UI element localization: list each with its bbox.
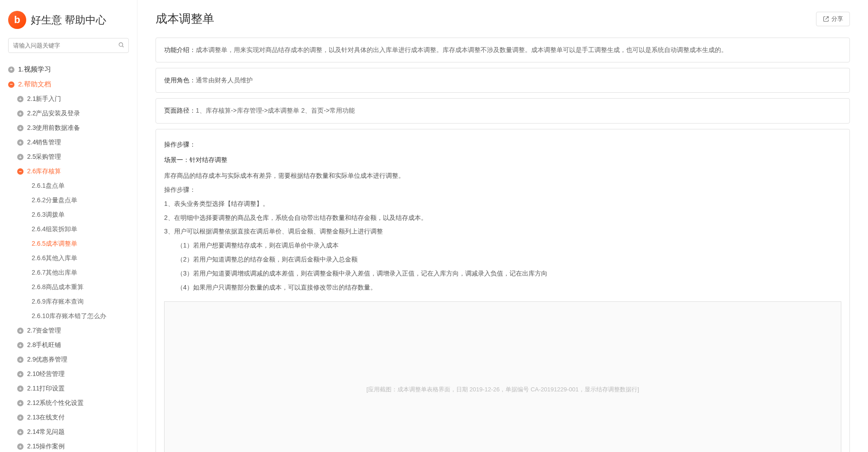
- nav-item[interactable]: 2.6.4组装拆卸单: [8, 222, 129, 237]
- path-text: 1、库存核算->库存管理->成本调整单 2、首页->常用功能: [196, 107, 355, 114]
- role-text: 通常由财务人员维护: [196, 76, 253, 84]
- page-header: 成本调整单 分享: [156, 11, 850, 27]
- nav-item[interactable]: 2.6.2分量盘点单: [8, 193, 129, 208]
- step-item: 2、在明细中选择要调整的商品及仓库，系统会自动带出结存数量和结存金额，以及结存成…: [164, 211, 841, 225]
- scene-label: 场景一：针对结存调整: [164, 153, 841, 167]
- brand-row: b 好生意 帮助中心: [8, 11, 129, 29]
- step-sub-item: （4）如果用户只调整部分数量的成本，可以直接修改带出的结存数量。: [164, 281, 841, 295]
- plus-icon: [17, 385, 24, 392]
- nav-item[interactable]: 2.15操作案例: [8, 439, 129, 452]
- embedded-screenshot: [应用截图：成本调整单表格界面，日期 2019-12-26，单据编号 CA-20…: [164, 301, 841, 452]
- nav-item[interactable]: 2.4销售管理: [8, 135, 129, 150]
- plus-icon: [17, 342, 24, 348]
- brand-logo-icon: b: [8, 11, 26, 29]
- page-title: 成本调整单: [156, 11, 214, 27]
- step-sub-item: （2）若用户知道调整总的结存金额，则在调后金额中录入总金额: [164, 252, 841, 266]
- nav-item[interactable]: 2.9优惠券管理: [8, 352, 129, 367]
- nav-item[interactable]: 1.视频学习: [8, 62, 129, 77]
- share-button[interactable]: 分享: [816, 12, 850, 26]
- nav-tree: 1.视频学习 2.帮助文档 2.1新手入门 2.2产品安装及登录 2.3使用前数…: [8, 62, 129, 452]
- nav-item[interactable]: 2.10经营管理: [8, 367, 129, 381]
- share-icon: [823, 16, 829, 22]
- nav-item[interactable]: 2.6.1盘点单: [8, 179, 129, 193]
- minus-icon: [17, 168, 24, 175]
- nav-item[interactable]: 2.12系统个性化设置: [8, 396, 129, 410]
- plus-icon: [17, 154, 24, 160]
- step-sub-item: （1）若用户想要调整结存成本，则在调后单价中录入成本: [164, 238, 841, 252]
- nav-item[interactable]: 2.3使用前数据准备: [8, 121, 129, 135]
- plus-icon: [17, 96, 24, 102]
- path-label: 页面路径：: [164, 107, 196, 114]
- plus-icon: [8, 67, 14, 73]
- nav-item[interactable]: 2.帮助文档: [8, 77, 129, 92]
- steps-box: 操作步骤： 场景一：针对结存调整 库存商品的结存成本与实际成本有差异，需要根据结…: [156, 129, 850, 452]
- nav-item[interactable]: 2.6.10库存账本错了怎么办: [8, 309, 129, 324]
- plus-icon: [17, 371, 24, 377]
- nav-item[interactable]: 2.6.6其他入库单: [8, 251, 129, 266]
- plus-icon: [17, 443, 24, 450]
- nav-item[interactable]: 2.6.9库存账本查询: [8, 295, 129, 309]
- nav-item[interactable]: 2.14常见问题: [8, 425, 129, 439]
- search-box: [8, 38, 129, 53]
- step-item: 3、用户可以根据调整依据直接在调后单价、调后金额、调整金额列上进行调整: [164, 224, 841, 238]
- nav-item[interactable]: 2.7资金管理: [8, 324, 129, 338]
- plus-icon: [17, 357, 24, 363]
- path-box: 页面路径：1、库存核算->库存管理->成本调整单 2、首页->常用功能: [156, 98, 850, 123]
- step-item: 1、表头业务类型选择【结存调整】。: [164, 197, 841, 211]
- main-content: 成本调整单 分享 功能介绍：成本调整单，用来实现对商品结存成本的调整，以及针对具…: [137, 0, 868, 452]
- step-list: 1、表头业务类型选择【结存调整】。 2、在明细中选择要调整的商品及仓库，系统会自…: [164, 197, 841, 295]
- svg-line-1: [123, 46, 124, 47]
- svg-point-0: [119, 43, 123, 46]
- brand-title: 好生意 帮助中心: [31, 13, 106, 27]
- plus-icon: [17, 414, 24, 421]
- nav-item[interactable]: 2.13在线支付: [8, 410, 129, 425]
- role-box: 使用角色：通常由财务人员维护: [156, 68, 850, 93]
- steps-label: 操作步骤：: [164, 138, 841, 152]
- nav-item[interactable]: 2.1新手入门: [8, 92, 129, 106]
- plus-icon: [17, 139, 24, 146]
- plus-icon: [17, 125, 24, 131]
- nav-item[interactable]: 2.6库存核算: [8, 164, 129, 179]
- nav-item[interactable]: 2.6.3调拨单: [8, 208, 129, 222]
- nav-item[interactable]: 2.2产品安装及登录: [8, 106, 129, 121]
- nav-item[interactable]: 2.5采购管理: [8, 150, 129, 164]
- search-icon: [118, 42, 124, 50]
- nav-item[interactable]: 2.11打印设置: [8, 381, 129, 396]
- step-sub-item: （3）若用户知道要调增或调减的成本差值，则在调整金额中录入差值，调增录入正值，记…: [164, 266, 841, 281]
- nav-item[interactable]: 2.8手机旺铺: [8, 338, 129, 352]
- intro-box: 功能介绍：成本调整单，用来实现对商品结存成本的调整，以及针对具体的出入库单进行成…: [156, 38, 850, 62]
- plus-icon: [17, 328, 24, 334]
- sidebar: b 好生意 帮助中心 1.视频学习 2.帮助文档 2.1新手入门 2.2产品安装…: [0, 0, 137, 452]
- op-label: 操作步骤：: [164, 183, 841, 197]
- nav-item-active[interactable]: 2.6.5成本调整单: [8, 237, 129, 251]
- plus-icon: [17, 429, 24, 435]
- plus-icon: [17, 400, 24, 406]
- nav-item[interactable]: 2.6.8商品成本重算: [8, 280, 129, 295]
- search-input[interactable]: [8, 38, 129, 53]
- role-label: 使用角色：: [164, 76, 196, 84]
- plus-icon: [17, 110, 24, 117]
- intro-text: 成本调整单，用来实现对商品结存成本的调整，以及针对具体的出入库单进行成本调整。库…: [196, 46, 727, 53]
- scene-desc: 库存商品的结存成本与实际成本有差异，需要根据结存数量和实际单位成本进行调整。: [164, 169, 841, 183]
- nav-item[interactable]: 2.6.7其他出库单: [8, 266, 129, 280]
- intro-label: 功能介绍：: [164, 46, 196, 53]
- minus-icon: [8, 81, 14, 88]
